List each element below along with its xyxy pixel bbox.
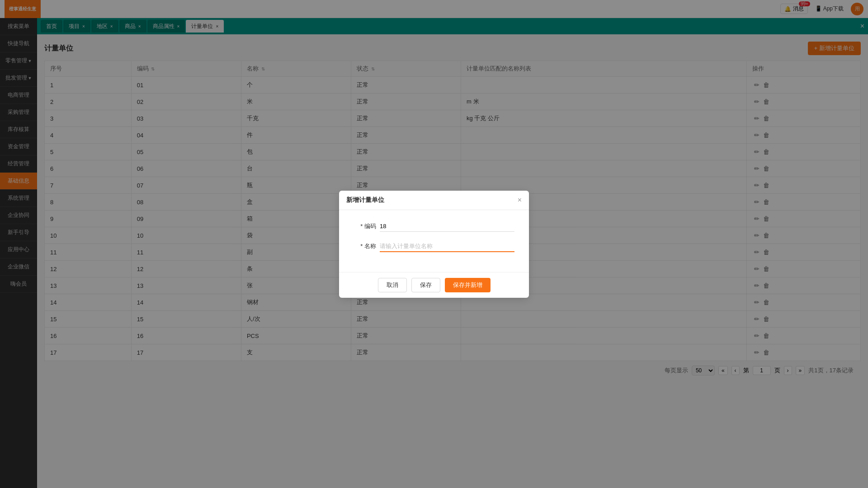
name-input[interactable] [380, 241, 514, 252]
modal-overlay[interactable]: 新增计量单位 × * 编码 * 名称 取消 保存 保存并新增 [0, 0, 868, 488]
modal-body: * 编码 * 名称 [339, 210, 529, 272]
modal-header: 新增计量单位 × [339, 191, 529, 210]
form-row-name: * 名称 [354, 241, 514, 252]
code-label: * 编码 [354, 222, 376, 230]
modal-title: 新增计量单位 [346, 196, 384, 204]
modal-footer: 取消 保存 保存并新增 [339, 272, 529, 298]
add-unit-modal: 新增计量单位 × * 编码 * 名称 取消 保存 保存并新增 [339, 191, 529, 298]
code-input[interactable] [380, 221, 514, 232]
modal-close-button[interactable]: × [518, 196, 522, 204]
cancel-button[interactable]: 取消 [378, 278, 407, 292]
form-row-code: * 编码 [354, 221, 514, 232]
save-button[interactable]: 保存 [411, 278, 440, 292]
save-and-new-button[interactable]: 保存并新增 [445, 278, 491, 292]
name-label: * 名称 [354, 242, 376, 250]
